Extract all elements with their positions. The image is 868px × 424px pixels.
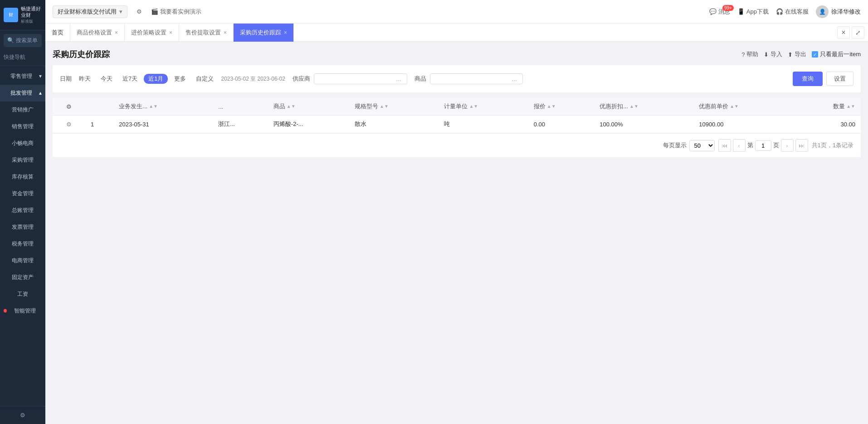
date-btn-custom[interactable]: 自定义 — [192, 74, 217, 84]
query-button[interactable]: 查询 — [793, 72, 823, 86]
product-dots-button[interactable]: ... — [510, 75, 519, 82]
filter-settings-button[interactable]: 设置 — [826, 72, 853, 86]
row-gear[interactable]: ⚙ — [53, 116, 85, 133]
row-unit: 吨 — [439, 116, 528, 133]
th-quote[interactable]: 报价 ▲▼ — [528, 98, 594, 116]
import-button[interactable]: ⬇ 导入 — [764, 50, 782, 58]
tab-close-sale-price[interactable]: × — [224, 29, 227, 36]
data-table: ⚙ 业务发生... ▲▼ ... — [53, 98, 861, 133]
th-pre-discount[interactable]: 优惠前单价 ▲▼ — [693, 98, 795, 116]
sidebar-item-hr[interactable]: 工资 — [0, 286, 45, 303]
tab-close-price[interactable]: × — [115, 29, 118, 36]
help-button[interactable]: ? 帮助 — [741, 50, 758, 58]
online-service-button[interactable]: 🎧 在线客服 — [776, 8, 809, 16]
th-more[interactable]: ... — [213, 98, 268, 116]
sidebar-item-sales[interactable]: 销售管理 — [0, 118, 45, 135]
sidebar-item-wholesale[interactable]: 批发管理 ▴ — [0, 85, 45, 101]
sidebar-item-assets[interactable]: 固定资产 — [0, 269, 45, 286]
page-number-input[interactable] — [755, 140, 771, 151]
messages-button[interactable]: 💬 消息 99+ — [709, 8, 730, 16]
sidebar-settings-button[interactable]: ⚙ — [0, 406, 45, 424]
product-input-wrap: ... — [430, 73, 523, 84]
table-body: ⚙ 1 2023-05-31 浙江... 丙烯酸-2-... 散水 吨 0.00… — [53, 116, 861, 133]
prev-page-button[interactable]: ‹ — [733, 139, 746, 152]
tab-expand-button[interactable]: ⤢ — [852, 26, 864, 39]
tab-sale-price[interactable]: 售价提取设置 × — [179, 24, 234, 42]
search-icon: 🔍 — [7, 37, 14, 43]
sidebar-item-ecommerce[interactable]: 电商管理 — [0, 252, 45, 269]
sidebar-item-smart[interactable]: 智能管理 — [0, 303, 45, 319]
product-input[interactable] — [434, 76, 510, 82]
th-discount[interactable]: 优惠折扣... ▲▼ — [594, 98, 693, 116]
tab-history-price[interactable]: 采购历史价跟踪 × — [234, 24, 294, 42]
tab-close-history-price[interactable]: × — [284, 29, 287, 36]
first-page-button[interactable]: ⏮ — [718, 139, 731, 152]
supplier-label: 供应商 — [293, 75, 310, 83]
sidebar-item-purchase[interactable]: 采购管理 — [0, 152, 45, 169]
user-menu[interactable]: 👤 徐泽华修改 — [816, 5, 861, 18]
row-discount: 100.00% — [594, 116, 693, 133]
sidebar-item-ecommerce-small[interactable]: 小畅电商 — [0, 135, 45, 152]
page-content: 采购历史价跟踪 ? 帮助 ⬇ 导入 ⬆ 导出 ✓ 只看最后一item — [45, 42, 868, 424]
sidebar-item-tax[interactable]: 税务管理 — [0, 236, 45, 252]
help-icon: ? — [741, 51, 745, 58]
topbar: 好业财标准版交付试用 ▾ ⚙ 🎬 我要看实例演示 💬 消息 99+ 📱 App下… — [45, 0, 868, 24]
sidebar-item-marketing[interactable]: 营销推广 — [0, 101, 45, 118]
demo-button[interactable]: 🎬 我要看实例演示 — [151, 8, 201, 16]
tab-price[interactable]: 商品价格设置 × — [70, 24, 125, 42]
sidebar-search-area: 🔍 搜索菜单 — [0, 30, 45, 51]
chevron-down-icon: ▾ — [119, 8, 122, 15]
th-gear[interactable]: ⚙ — [53, 98, 85, 116]
tab-close-purchase-strategy[interactable]: × — [169, 29, 172, 36]
filter-buttons: 查询 设置 — [793, 72, 853, 86]
quicknav-item[interactable]: 快捷导航 — [0, 51, 45, 64]
filter-supplier: 供应商 ... — [293, 73, 407, 84]
supplier-input-wrap: ... — [314, 73, 407, 84]
chevron-up-icon: ▴ — [39, 90, 42, 96]
main-area: 好业财标准版交付试用 ▾ ⚙ 🎬 我要看实例演示 💬 消息 99+ 📱 App下… — [45, 0, 868, 424]
th-spec[interactable]: 规格型号 ▲▼ — [349, 98, 439, 116]
export-icon: ⬆ — [788, 51, 793, 58]
th-unit[interactable]: 计量单位 ▲▼ — [439, 98, 528, 116]
sort-icon-quote: ▲▼ — [547, 105, 556, 108]
tab-home[interactable]: 首页 — [45, 24, 70, 42]
chevron-icon: ▾ — [39, 73, 42, 79]
date-btn-yesterday[interactable]: 昨天 — [75, 74, 94, 84]
date-btn-last1m[interactable]: 近1月 — [144, 74, 168, 84]
message-badge: 99+ — [722, 5, 734, 11]
topbar-gear-button[interactable]: ⚙ — [133, 5, 146, 18]
table-row: ⚙ 1 2023-05-31 浙江... 丙烯酸-2-... 散水 吨 0.00… — [53, 116, 861, 133]
avatar: 👤 — [816, 5, 829, 18]
th-product[interactable]: 商品 ▲▼ — [268, 98, 349, 116]
sidebar-item-invoice[interactable]: 发票管理 — [0, 219, 45, 236]
next-page-button[interactable]: › — [781, 139, 794, 152]
date-btn-more[interactable]: 更多 — [171, 74, 190, 84]
date-range-display: 2023-05-02 至 2023-06-02 — [221, 75, 285, 83]
app-download-button[interactable]: 📱 App下载 — [737, 8, 769, 16]
date-btn-last7[interactable]: 近7天 — [119, 74, 141, 84]
per-page-select[interactable]: 50 10 20 100 — [689, 140, 715, 151]
settings-icon: ⚙ — [20, 412, 25, 419]
last-page-button[interactable]: ⏭ — [795, 139, 808, 152]
sidebar-item-retail[interactable]: 零售管理 ▾ — [0, 68, 45, 85]
version-selector[interactable]: 好业财标准版交付试用 ▾ — [53, 5, 127, 18]
supplier-input[interactable] — [318, 76, 394, 82]
supplier-dots-button[interactable]: ... — [394, 75, 403, 82]
sort-icon-quantity: ▲▼ — [846, 105, 855, 108]
sidebar-item-finance[interactable]: 资金管理 — [0, 185, 45, 202]
only-last-checkbox[interactable]: ✓ 只看最后一item — [812, 50, 861, 58]
search-menu-button[interactable]: 🔍 搜索菜单 — [4, 34, 42, 47]
th-quantity[interactable]: 数量 ▲▼ — [795, 98, 861, 116]
play-icon: 🎬 — [151, 8, 158, 15]
sidebar-logo: 财 畅捷通好业财 标准版 — [0, 0, 45, 30]
sort-icon-discount: ▲▼ — [629, 105, 639, 108]
date-btn-today[interactable]: 今天 — [97, 74, 116, 84]
gear-icon: ⚙ — [137, 8, 142, 15]
tab-purchase-strategy[interactable]: 进价策略设置 × — [125, 24, 179, 42]
tab-close-window-button[interactable]: × — [837, 26, 850, 39]
sidebar-item-accounting[interactable]: 总账管理 — [0, 202, 45, 219]
sidebar-item-inventory[interactable]: 库存核算 — [0, 169, 45, 185]
sidebar-divider — [0, 66, 45, 66]
th-biz-date[interactable]: 业务发生... ▲▼ — [113, 98, 213, 116]
export-button[interactable]: ⬆ 导出 — [788, 50, 806, 58]
